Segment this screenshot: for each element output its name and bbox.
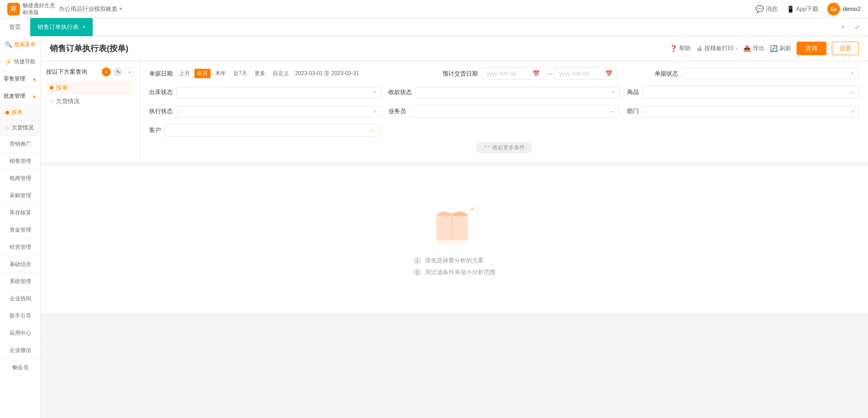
department-dropdown-icon: ▾ (851, 109, 854, 114)
date-tab-custom[interactable]: 自定义 (270, 69, 292, 78)
sidebar-item-wholesale[interactable]: 批发管理 ▲ (0, 88, 40, 105)
document-status-label: 单据状态 (655, 70, 678, 78)
search-icon: 🔍 (5, 41, 12, 48)
window-maximize-button[interactable]: ⤢ (852, 22, 863, 33)
print-icon: 🖨 (696, 45, 703, 52)
sidebar-item-quicknav[interactable]: ⚡ 快捷导航 (0, 53, 40, 71)
arrears-dot-icon (5, 126, 9, 130)
tab-bar: 首页 销售订单执行表 × × ⤢ (0, 18, 868, 36)
expected-delivery-start[interactable]: yyyy-mm-dd 📅 (481, 67, 545, 80)
goods-label: 商品 (627, 88, 639, 96)
sidebar-item-enterprise[interactable]: 企业协同 (0, 290, 40, 308)
customer-ellipsis-icon: ··· (369, 127, 375, 134)
scheme-order[interactable]: 按单 (46, 81, 134, 95)
user-profile[interactable]: Ea demo2 (827, 3, 861, 15)
sidebar-item-inventory[interactable]: 库存核算 (0, 204, 40, 222)
sidebar-group-retail: 零售管理 ▲ (0, 71, 40, 88)
collapse-filter-button[interactable]: ⌃⌃ 收起更多条件 (476, 142, 532, 153)
print-button[interactable]: 🖨 按模板打印 ▾ (696, 44, 738, 52)
sidebar-item-basic[interactable]: 基础信息 (0, 256, 40, 273)
collapse-filter-area: ⌃⌃ 收起更多条件 (149, 139, 859, 156)
collection-status-label: 收款状态 (388, 88, 412, 96)
help-icon: ❓ (670, 45, 677, 52)
goods-select[interactable]: ··· (642, 86, 859, 99)
sidebar-item-newbie[interactable]: 新手引导 (0, 308, 40, 325)
date-tab-last-month[interactable]: 上月 (176, 69, 193, 78)
order-dot-icon (5, 111, 9, 114)
filter-row-1: 单据日期 上月 本月 本年 近7天 更多 自定义 2023-03-01 至 20… (149, 67, 859, 80)
sidebar: 🔍 搜索菜单 ⚡ 快捷导航 零售管理 ▲ 批发管理 ▲ 按单 (0, 36, 41, 418)
logo-area: 好 畅捷通好生意 标准版 (7, 2, 55, 15)
dropdown-arrow-icon: ▾ (851, 71, 854, 76)
tab-sales-order[interactable]: 销售订单执行表 × (30, 18, 93, 36)
breadcrumb: 办公用品行业模拟账套 ▾ (59, 5, 122, 13)
filter-row-3: 执行状态 ▾ 业务员 ··· (149, 105, 859, 118)
execution-status-select[interactable]: ▾ (176, 106, 381, 117)
empty-step-1: 1 请先选择要分析的方案 (413, 256, 495, 265)
window-close-button[interactable]: × (837, 22, 848, 33)
date-tabs: 上月 本月 本年 近7天 更多 自定义 (176, 69, 292, 78)
sidebar-item-ecommerce[interactable]: 电商管理 (0, 170, 40, 187)
export-icon: 📤 (743, 45, 751, 52)
sidebar-item-purchase[interactable]: 采购管理 (0, 187, 40, 204)
filter-field-doc-status: 单据状态 ▾ (655, 68, 859, 79)
empty-state: 1 请先选择要分析的方案 2 用过滤条件来缩小分析范围 (41, 166, 868, 313)
department-label: 部门 (627, 107, 639, 115)
filter-field-customer: 客户 ··· (149, 124, 380, 137)
calendar-start-icon: 📅 (533, 70, 540, 77)
execution-dropdown-icon: ▾ (373, 109, 376, 114)
collection-dropdown-icon: ▾ (612, 90, 615, 95)
query-button[interactable]: 查询 (797, 42, 826, 55)
sidebar-item-order[interactable]: 按单 (0, 105, 40, 120)
delivery-status-label: 出库状态 (149, 88, 173, 96)
tab-close-button[interactable]: × (82, 24, 85, 30)
filter-field-date: 单据日期 上月 本月 本年 近7天 更多 自定义 2023-03-01 至 20… (149, 69, 435, 78)
settings-button[interactable]: 设置 (832, 42, 859, 55)
filter-right: 单据日期 上月 本月 本年 近7天 更多 自定义 2023-03-01 至 20… (140, 61, 868, 162)
date-tab-this-year[interactable]: 本年 (212, 69, 229, 78)
sidebar-item-retail[interactable]: 零售管理 ▲ (0, 71, 40, 88)
collapse-scheme-button[interactable]: « (125, 67, 134, 76)
sidebar-item-operations[interactable]: 经营管理 (0, 239, 40, 256)
date-tab-this-month[interactable]: 本月 (194, 69, 211, 78)
filter-field-delivery-status: 出库状态 ▾ (149, 87, 381, 98)
add-scheme-button[interactable]: + (102, 67, 111, 76)
refresh-button[interactable]: 🔄 刷新 (770, 44, 791, 52)
collection-status-select[interactable]: ▾ (415, 87, 620, 98)
expected-delivery-end[interactable]: yyyy-mm-dd 📅 (554, 67, 618, 80)
date-tab-more[interactable]: 更多 (252, 69, 268, 78)
expected-delivery-range: yyyy-mm-dd 📅 — yyyy-mm-dd 📅 (481, 67, 647, 80)
sidebar-item-apps[interactable]: 应用中心 (0, 325, 40, 342)
export-button[interactable]: 📤 导出 (743, 44, 764, 52)
sidebar-item-finance[interactable]: 资金管理 (0, 222, 40, 239)
sidebar-item-system[interactable]: 系统管理 (0, 273, 40, 290)
download-icon: 📱 (787, 5, 794, 13)
sidebar-item-wechat[interactable]: 企业微信 (0, 342, 40, 359)
sidebar-item-member[interactable]: 畅会员 (0, 359, 40, 376)
message-button[interactable]: 💬 消息 (755, 5, 778, 13)
scheme-active-dot (50, 86, 53, 90)
svg-point-2 (471, 207, 474, 211)
logo-text: 畅捷通好生意 标准版 (23, 2, 55, 15)
sidebar-item-sales[interactable]: 销售管理 (0, 153, 40, 170)
document-status-select[interactable]: ▾ (682, 68, 859, 79)
sidebar-item-search[interactable]: 🔍 搜索菜单 (0, 36, 40, 53)
app-download-button[interactable]: 📱 App下载 (787, 5, 818, 13)
step-1-num: 1 (413, 256, 421, 265)
department-select[interactable]: ▾ (642, 106, 859, 117)
help-button[interactable]: ❓ 帮助 (670, 44, 691, 52)
edit-scheme-button[interactable]: ✎ (113, 67, 123, 76)
filter-field-salesperson: 业务员 ··· (388, 105, 620, 118)
top-bar-right: 💬 消息 📱 App下载 Ea demo2 (755, 3, 861, 15)
sidebar-item-arrears[interactable]: 欠货情况 (0, 120, 40, 136)
message-icon: 💬 (755, 5, 764, 13)
tab-home[interactable]: 首页 (0, 18, 30, 36)
date-tab-7days[interactable]: 近7天 (231, 69, 250, 78)
filter-field-goods: 商品 ··· (627, 86, 859, 99)
salesperson-select[interactable]: ··· (410, 105, 620, 118)
delivery-status-select[interactable]: ▾ (176, 87, 381, 98)
sidebar-item-marketing[interactable]: 营销推广 (0, 136, 40, 153)
delivery-dropdown-icon: ▾ (373, 90, 376, 95)
customer-select[interactable]: ··· (165, 124, 380, 137)
scheme-arrears[interactable]: 欠货情况 (46, 95, 134, 108)
